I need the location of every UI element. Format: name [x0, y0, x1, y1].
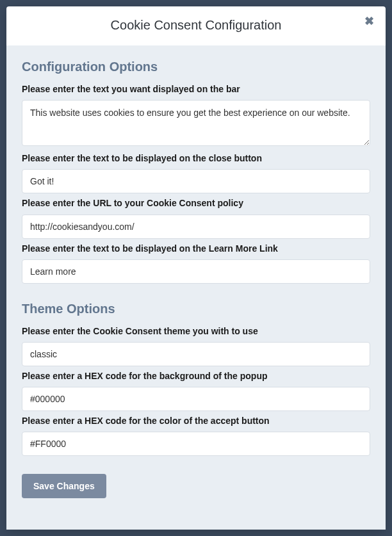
learn-more-text-input[interactable] — [22, 259, 370, 284]
modal-header: Cookie Consent Configuration ✖ — [6, 6, 386, 45]
accept-color-input[interactable] — [22, 432, 370, 456]
theme-name-field-group: Please enter the Cookie Consent theme yo… — [22, 325, 370, 366]
popup-bg-label: Please enter a HEX code for the backgrou… — [22, 370, 370, 382]
close-icon[interactable]: ✖ — [364, 15, 374, 27]
close-button-text-field-group: Please enter the text to be displayed on… — [22, 152, 370, 193]
configuration-options-heading: Configuration Options — [22, 60, 370, 74]
save-changes-button[interactable]: Save Changes — [22, 474, 106, 498]
theme-options-heading: Theme Options — [22, 302, 370, 316]
learn-more-text-field-group: Please enter the text to be displayed on… — [22, 243, 370, 284]
bar-text-field-group: Please enter the text you want displayed… — [22, 83, 370, 149]
modal-body: Configuration Options Please enter the t… — [6, 45, 386, 530]
bar-text-label: Please enter the text you want displayed… — [22, 83, 370, 95]
accept-color-label: Please enter a HEX code for the color of… — [22, 415, 370, 426]
close-button-text-label: Please enter the text to be displayed on… — [22, 152, 370, 164]
learn-more-text-label: Please enter the text to be displayed on… — [22, 243, 370, 254]
bar-text-input[interactable] — [22, 100, 370, 146]
policy-url-input[interactable] — [22, 215, 370, 239]
policy-url-field-group: Please enter the URL to your Cookie Cons… — [22, 197, 370, 238]
close-button-text-input[interactable] — [22, 169, 370, 193]
cookie-consent-config-modal: Cookie Consent Configuration ✖ Configura… — [6, 6, 386, 530]
modal-title: Cookie Consent Configuration — [19, 18, 373, 33]
policy-url-label: Please enter the URL to your Cookie Cons… — [22, 197, 370, 209]
accept-color-field-group: Please enter a HEX code for the color of… — [22, 415, 370, 456]
theme-name-label: Please enter the Cookie Consent theme yo… — [22, 325, 370, 337]
theme-name-input[interactable] — [22, 342, 370, 366]
popup-bg-input[interactable] — [22, 387, 370, 411]
popup-bg-field-group: Please enter a HEX code for the backgrou… — [22, 370, 370, 411]
